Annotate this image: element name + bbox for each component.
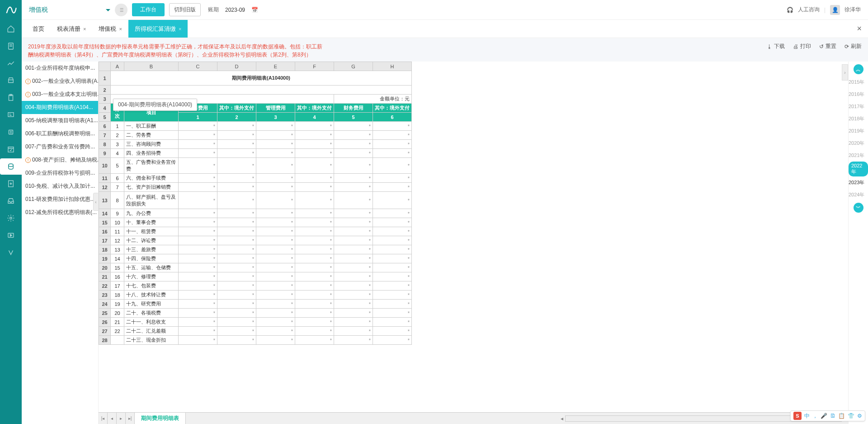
data-cell[interactable]: * — [217, 192, 256, 209]
ime-toolbar[interactable]: S 中 ， 🎤 🖻 📋 👕 ⚙ — [790, 410, 865, 421]
print-button[interactable]: 🖨打印 — [793, 43, 811, 50]
data-cell[interactable]: * — [373, 272, 412, 281]
sheet-grid[interactable]: ABCDEFGH1期间费用明细表(A104000)23金额单位：元4行次项目销售… — [99, 62, 848, 412]
row-header[interactable]: 2 — [99, 86, 111, 95]
sheet-nav-next-icon[interactable]: ▸ — [117, 413, 126, 424]
data-cell[interactable]: * — [334, 192, 373, 209]
data-cell[interactable]: * — [373, 174, 412, 183]
nav-home-icon[interactable] — [0, 21, 22, 37]
data-cell[interactable]: * — [256, 291, 295, 300]
year-option[interactable]: 2022年 — [849, 162, 868, 176]
ime-clipboard-icon[interactable]: 📋 — [838, 413, 845, 419]
data-cell[interactable]: * — [334, 263, 373, 272]
row-header[interactable]: 23 — [99, 291, 111, 300]
data-cell[interactable]: * — [179, 272, 217, 281]
data-cell[interactable]: * — [217, 327, 256, 336]
data-cell[interactable]: * — [217, 122, 256, 131]
doc-list-item[interactable]: 011-研发费用加计扣除优惠... — [22, 193, 98, 206]
data-cell[interactable]: * — [295, 131, 334, 140]
row-header[interactable]: 1 — [99, 71, 111, 86]
data-cell[interactable]: * — [295, 318, 334, 327]
nav-calendar-icon[interactable] — [0, 141, 22, 157]
data-cell[interactable]: * — [256, 327, 295, 336]
doc-list-item[interactable]: 001-企业所得税年度纳税申... — [22, 62, 98, 75]
data-cell[interactable]: * — [334, 318, 373, 327]
data-cell[interactable]: * — [334, 122, 373, 131]
data-cell[interactable]: * — [217, 318, 256, 327]
data-cell[interactable]: * — [295, 218, 334, 227]
row-header[interactable]: 9 — [99, 149, 111, 158]
data-cell[interactable]: * — [256, 218, 295, 227]
data-cell[interactable]: * — [217, 254, 256, 263]
year-option[interactable]: 2020年 — [849, 137, 868, 149]
data-cell[interactable]: * — [373, 149, 412, 158]
data-cell[interactable]: * — [373, 227, 412, 236]
scroll-up-icon[interactable]: ︽ — [854, 64, 863, 74]
data-cell[interactable]: * — [295, 309, 334, 318]
col-header[interactable]: H — [373, 62, 412, 71]
row-header[interactable]: 3 — [99, 95, 111, 104]
select-all-cell[interactable] — [99, 62, 111, 71]
expand-right-icon[interactable]: › — [842, 64, 848, 81]
reset-button[interactable]: ↺重置 — [819, 43, 836, 50]
close-icon[interactable]: × — [83, 26, 86, 32]
data-cell[interactable]: * — [217, 149, 256, 158]
row-header[interactable]: 6 — [99, 122, 111, 131]
data-cell[interactable]: * — [334, 336, 373, 345]
doc-list-item[interactable]: 005-纳税调整项目明细表(A1... — [22, 114, 98, 127]
data-cell[interactable]: * — [256, 131, 295, 140]
data-cell[interactable]: * — [256, 174, 295, 183]
data-cell[interactable]: * — [256, 227, 295, 236]
data-cell[interactable]: * — [373, 236, 412, 245]
data-cell[interactable]: * — [256, 263, 295, 272]
data-cell[interactable]: * — [295, 272, 334, 281]
row-header[interactable]: 5 — [99, 113, 111, 122]
nav-inbox-icon[interactable] — [0, 193, 22, 209]
data-cell[interactable]: * — [334, 281, 373, 291]
data-cell[interactable]: * — [295, 291, 334, 300]
col-header[interactable]: D — [217, 62, 256, 71]
year-option[interactable]: 2017年 — [849, 100, 868, 113]
data-cell[interactable]: * — [217, 281, 256, 291]
data-cell[interactable]: * — [295, 227, 334, 236]
sheet-nav-first-icon[interactable]: |◂ — [99, 413, 108, 424]
workbench-button[interactable]: 工作台 — [132, 3, 165, 16]
data-cell[interactable]: * — [179, 218, 217, 227]
row-header[interactable]: 17 — [99, 236, 111, 245]
data-cell[interactable]: * — [295, 209, 334, 218]
data-cell[interactable]: * — [256, 236, 295, 245]
doc-list-item[interactable]: 012-减免所得税优惠明细表(... — [22, 206, 98, 219]
data-cell[interactable]: * — [179, 209, 217, 218]
data-cell[interactable]: * — [334, 309, 373, 318]
data-cell[interactable]: * — [373, 209, 412, 218]
data-cell[interactable]: * — [373, 140, 412, 149]
data-cell[interactable]: * — [256, 254, 295, 263]
data-cell[interactable]: * — [295, 245, 334, 254]
data-cell[interactable]: * — [295, 158, 334, 174]
nav-video-icon[interactable] — [0, 227, 22, 243]
close-icon[interactable]: × — [119, 26, 122, 32]
year-option[interactable]: 2015年 — [849, 76, 868, 88]
ime-skin-icon[interactable]: 👕 — [848, 413, 854, 419]
headset-icon[interactable]: 🎧 — [787, 7, 793, 13]
switch-old-button[interactable]: 切到旧版 — [169, 3, 201, 16]
nav-tax-icon[interactable] — [0, 158, 22, 175]
data-cell[interactable]: * — [295, 183, 334, 192]
data-cell[interactable]: * — [373, 131, 412, 140]
tab-首页[interactable]: 首页 — [26, 20, 51, 38]
row-header[interactable]: 25 — [99, 309, 111, 318]
row-header[interactable]: 27 — [99, 327, 111, 336]
data-cell[interactable]: * — [334, 140, 373, 149]
data-cell[interactable]: * — [334, 272, 373, 281]
data-cell[interactable]: * — [295, 327, 334, 336]
tab-增值税[interactable]: 增值税× — [92, 20, 128, 38]
data-cell[interactable]: * — [256, 122, 295, 131]
data-cell[interactable]: * — [217, 309, 256, 318]
data-cell[interactable]: * — [179, 236, 217, 245]
data-cell[interactable]: * — [217, 272, 256, 281]
doc-list-item[interactable]: !008-资产折旧、摊销及纳税... — [22, 153, 98, 167]
close-icon[interactable]: × — [179, 26, 181, 32]
sheet-nav-last-icon[interactable]: ▸| — [126, 413, 135, 424]
data-cell[interactable]: * — [373, 218, 412, 227]
ime-mic-icon[interactable]: 🎤 — [821, 413, 827, 419]
